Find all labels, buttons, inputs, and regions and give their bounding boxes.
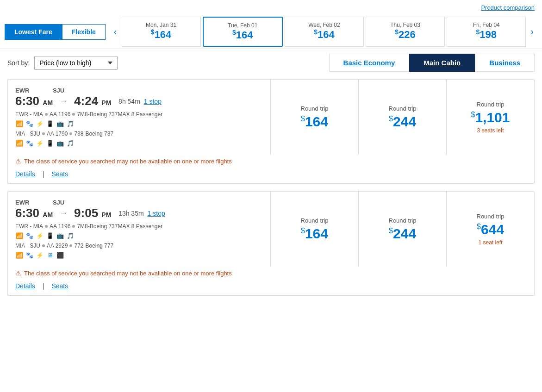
flexible-fare-button[interactable]: Flexible <box>62 24 106 40</box>
warning-row-1: ⚠ The class of service you searched may … <box>8 267 534 280</box>
price-cell-0-0[interactable]: Round trip $164 <box>270 80 358 155</box>
amenity-icon-0-1-1: 🐾 <box>25 139 34 147</box>
seats-link-0[interactable]: Seats <box>51 170 68 178</box>
warning-icon-1: ⚠ <box>15 269 21 277</box>
flight-card-0: EWR SJU 6:30 AM → 4:24 PM 8h 54m 1 stop … <box>7 79 535 184</box>
fare-toggle: Lowest Fare Flexible <box>5 24 106 40</box>
amenity-icon-1-0-5: 🎵 <box>66 231 75 240</box>
segment-2-0: MIA - SJU AA 1790 738-Boeing 737 <box>15 131 263 137</box>
price-cell-0-1[interactable]: Round trip $244 <box>358 80 446 155</box>
flight-info-1: EWR SJU 6:30 AM → 9:05 PM 13h 35m 1 stop… <box>8 192 270 267</box>
amenity-icon-0-0-4: 📺 <box>56 119 64 128</box>
flight-main-1: EWR SJU 6:30 AM → 9:05 PM 13h 35m 1 stop… <box>8 192 534 267</box>
price-cells-1: Round trip $164 Round trip $244 Round tr… <box>270 192 534 267</box>
lowest-fare-button[interactable]: Lowest Fare <box>5 24 62 40</box>
sort-select[interactable]: Price (low to high) <box>34 56 118 70</box>
amenity-icon-1-1-2: ⚡ <box>36 251 44 259</box>
amenity-icon-1-0-2: ⚡ <box>36 231 44 240</box>
amenity-icon-1-0-1: 🐾 <box>25 231 34 240</box>
date-nav: Lowest Fare Flexible ‹ Mon, Jan 31 $164T… <box>0 15 542 49</box>
airports-1: EWR SJU <box>15 199 263 206</box>
amenity-icon-0-0-2: ⚡ <box>36 119 44 128</box>
cabin-tab-main-cabin[interactable]: Main Cabin <box>409 54 475 72</box>
amenity-icon-0-1-5: 🎵 <box>66 139 75 147</box>
amenity-icon-1-1-0: 📶 <box>15 251 24 259</box>
cabin-tabs: Basic EconomyMain CabinBusiness <box>329 54 535 72</box>
amenity-icon-0-1-4: 📺 <box>56 139 64 147</box>
warning-text-1: The class of service you searched may no… <box>24 270 232 277</box>
amenity-icon-1-0-3: 📱 <box>46 231 54 240</box>
flights-list: EWR SJU 6:30 AM → 4:24 PM 8h 54m 1 stop … <box>7 79 535 296</box>
price-cell-1-0[interactable]: Round trip $164 <box>270 192 358 267</box>
amenity-icon-1-0-0: 📶 <box>15 231 24 240</box>
details-link-1[interactable]: Details <box>15 282 35 290</box>
stops-link-1[interactable]: 1 stop <box>148 210 165 217</box>
amenity-icon-0-0-1: 🐾 <box>25 119 34 128</box>
amenity-icon-0-1-2: ⚡ <box>36 139 44 147</box>
segment-1-0: EWR - MIA AA 1196 7M8-Boeing 737MAX 8 Pa… <box>15 111 263 118</box>
cabin-tab-basic-economy[interactable]: Basic Economy <box>329 54 410 72</box>
top-bar: Product comparison <box>0 0 542 15</box>
action-row-0: Details | Seats <box>8 168 534 183</box>
amenity-icon-0-0-3: 📱 <box>46 119 54 128</box>
segment-2-1: MIA - SJU AA 2929 772-Boeing 777 <box>15 243 263 249</box>
date-tabs: Mon, Jan 31 $164Tue, Feb 01 $164Wed, Feb… <box>121 15 527 49</box>
product-comparison-link[interactable]: Product comparison <box>481 4 535 11</box>
flight-main-0: EWR SJU 6:30 AM → 4:24 PM 8h 54m 1 stop … <box>8 80 534 155</box>
amenity-icon-0-0-5: 🎵 <box>66 119 75 128</box>
amenities-1-1: 📶🐾⚡📱📺🎵 <box>15 231 263 240</box>
amenity-icon-1-1-4: ⬛ <box>56 251 64 259</box>
date-tab-2[interactable]: Wed, Feb 02 $164 <box>285 17 364 47</box>
flight-card-1: EWR SJU 6:30 AM → 9:05 PM 13h 35m 1 stop… <box>7 191 535 296</box>
segment-1-1: EWR - MIA AA 1196 7M8-Boeing 737MAX 8 Pa… <box>15 223 263 230</box>
warning-text-0: The class of service you searched may no… <box>24 158 232 165</box>
date-tab-4[interactable]: Fri, Feb 04 $198 <box>447 17 526 47</box>
warning-row-0: ⚠ The class of service you searched may … <box>8 155 534 168</box>
sort-row: Sort by: Price (low to high) Basic Econo… <box>7 54 535 72</box>
warning-icon-0: ⚠ <box>15 157 21 165</box>
stops-link-0[interactable]: 1 stop <box>144 98 162 105</box>
action-row-1: Details | Seats <box>8 280 534 295</box>
amenities-2-1: 📶🐾⚡🖥⬛ <box>15 251 263 259</box>
amenity-icon-1-1-3: 🖥 <box>46 251 54 259</box>
sort-label: Sort by: <box>7 59 30 67</box>
amenity-icon-0-0-0: 📶 <box>15 119 24 128</box>
arrow-icon-0: → <box>59 96 68 106</box>
price-cell-1-2[interactable]: Round trip $644 1 seat left <box>446 192 534 267</box>
price-cells-0: Round trip $164 Round trip $244 Round tr… <box>270 80 534 155</box>
arrow-icon-1: → <box>59 208 68 218</box>
next-date-arrow[interactable]: › <box>527 26 537 37</box>
date-tab-1[interactable]: Tue, Feb 01 $164 <box>203 17 283 47</box>
flight-route-0: 6:30 AM → 4:24 PM 8h 54m 1 stop <box>15 94 263 108</box>
flight-route-1: 6:30 AM → 9:05 PM 13h 35m 1 stop <box>15 206 263 220</box>
amenities-1-0: 📶🐾⚡📱📺🎵 <box>15 119 263 128</box>
date-tab-3[interactable]: Thu, Feb 03 $226 <box>366 17 445 47</box>
price-cell-1-1[interactable]: Round trip $244 <box>358 192 446 267</box>
amenity-icon-0-1-0: 📶 <box>15 139 24 147</box>
prev-date-arrow[interactable]: ‹ <box>110 26 121 37</box>
date-tab-0[interactable]: Mon, Jan 31 $164 <box>122 17 201 47</box>
seats-link-1[interactable]: Seats <box>51 282 68 290</box>
amenity-icon-1-1-1: 🐾 <box>25 251 34 259</box>
main-content: Sort by: Price (low to high) Basic Econo… <box>0 49 542 308</box>
cabin-tab-business[interactable]: Business <box>475 54 535 72</box>
price-cell-0-2[interactable]: Round trip $1,101 3 seats left <box>446 80 534 155</box>
airports-0: EWR SJU <box>15 87 263 94</box>
amenity-icon-0-1-3: 📱 <box>46 139 54 147</box>
amenities-2-0: 📶🐾⚡📱📺🎵 <box>15 139 263 147</box>
details-link-0[interactable]: Details <box>15 170 35 178</box>
flight-info-0: EWR SJU 6:30 AM → 4:24 PM 8h 54m 1 stop … <box>8 80 270 155</box>
amenity-icon-1-0-4: 📺 <box>56 231 64 240</box>
